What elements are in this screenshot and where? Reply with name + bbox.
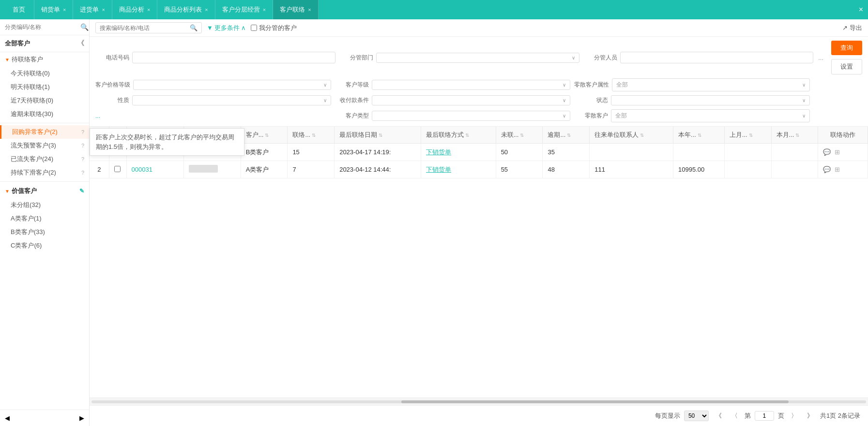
cell-contact-person-1	[590, 144, 673, 161]
sort-icon[interactable]: ⇅	[795, 132, 799, 138]
nav-tab-customer-contact[interactable]: 客户联络 ×	[273, 0, 318, 19]
close-icon[interactable]: ×	[63, 7, 66, 13]
payment-select[interactable]: ∨	[372, 95, 571, 105]
value-customer-header[interactable]: ▼ 价值客户 ✎	[0, 184, 89, 198]
close-icon[interactable]: ×	[263, 7, 266, 13]
pending-contact-group-label[interactable]: ▼ 待联络客户	[0, 52, 89, 67]
cell-checkbox-2	[109, 161, 126, 178]
filter-cell-dept: 分管部门 ∨	[339, 53, 579, 63]
cell-index-2: 2	[90, 161, 109, 178]
chat-icon[interactable]: 💬	[823, 166, 831, 173]
search-icon[interactable]: 🔍	[190, 24, 198, 31]
sidebar-item-overdue-pending[interactable]: 逾期未联络(30)	[0, 107, 89, 121]
sidebar-item-class-b[interactable]: B类客户(33)	[0, 225, 89, 239]
sidebar-item-lost-warning[interactable]: 流失预警客户(3) ?	[0, 139, 89, 152]
row-action-icons-2: 💬 ⊞	[823, 166, 863, 173]
first-page-button[interactable]: 《	[713, 411, 725, 421]
search-input[interactable]	[100, 25, 190, 31]
phone-input[interactable]	[132, 52, 335, 63]
col-last-date-header: 最后联络日期 ⇅	[335, 127, 421, 144]
nav-tab-home[interactable]: 首页	[4, 0, 34, 19]
top-filter-bar: 🔍 ▼ 更多条件 ∧ 我分管的客户 ↗ 导出	[90, 19, 868, 37]
customer-level-select[interactable]: ∨	[372, 80, 571, 90]
sidebar-all-customers-header: 全部客户 《	[0, 35, 89, 52]
next-page-button[interactable]: 〉	[788, 411, 800, 421]
nav-tab-product-analysis-list[interactable]: 商品分析列表 ×	[157, 0, 215, 19]
nature-select[interactable]: ∨	[132, 95, 331, 105]
close-icon[interactable]: ×	[205, 7, 208, 13]
price-level-select[interactable]: ∨	[133, 80, 331, 90]
close-icon[interactable]: ×	[308, 7, 311, 13]
nav-tab-product-analysis[interactable]: 商品分析 ×	[112, 0, 157, 19]
sidebar-item-class-c[interactable]: C类客户(6)	[0, 239, 89, 252]
retail-attr-select[interactable]: 全部 ∨	[612, 78, 810, 91]
retail-customer-select[interactable]: 全部 ∨	[611, 109, 810, 122]
category-search-input[interactable]	[5, 24, 77, 30]
col-year-amount-header: 本年... ⇅	[673, 127, 725, 144]
my-customer-checkbox[interactable]	[251, 25, 257, 31]
query-button[interactable]: 查询	[831, 41, 862, 55]
close-icon[interactable]: ×	[147, 7, 150, 13]
sort-icon[interactable]: ⇅	[465, 132, 469, 138]
cell-unread-1: 50	[496, 144, 543, 161]
arrow-icon: ▼	[5, 57, 10, 62]
close-icon[interactable]: ×	[102, 7, 105, 13]
page-label: 第	[745, 411, 751, 420]
sidebar-item-unclassified[interactable]: 未分组(32)	[0, 198, 89, 212]
sidebar-collapse-button[interactable]: 《	[77, 39, 84, 48]
cell-year-amount-2: 10995.00	[673, 161, 725, 178]
sidebar-item-class-a[interactable]: A类客户(1)	[0, 212, 89, 225]
customer-type-select[interactable]: ∨	[372, 111, 571, 121]
table-row: 2 000031 A类客户	[90, 161, 868, 178]
col-action-header: 联络动作	[818, 127, 868, 144]
person-label: 分管人员	[583, 54, 617, 62]
sidebar-search-bar: 🔍	[0, 19, 89, 35]
sidebar-item-tomorrow-pending[interactable]: 明天待联络(1)	[0, 80, 89, 94]
dept-select[interactable]: ∨	[376, 53, 579, 63]
sort-icon[interactable]: ⇅	[265, 132, 269, 138]
grid-icon[interactable]: ⊞	[835, 148, 840, 156]
sort-icon[interactable]: ⇅	[640, 132, 644, 138]
edit-icon[interactable]: ✎	[79, 188, 84, 194]
export-button[interactable]: ↗ 导出	[842, 24, 862, 32]
col-contact-person-header: 往来单位联系人 ⇅	[590, 127, 673, 144]
nav-tab-sales[interactable]: 销货单 ×	[34, 0, 73, 19]
status-select[interactable]: ∨	[611, 95, 810, 105]
scrollbar-thumb[interactable]	[401, 400, 789, 403]
sort-icon[interactable]: ⇅	[749, 132, 753, 138]
chat-icon[interactable]: 💬	[823, 148, 831, 156]
person-input[interactable]	[620, 52, 813, 63]
horizontal-scrollbar[interactable]	[90, 397, 868, 405]
nav-tab-purchase[interactable]: 进货单 ×	[73, 0, 112, 19]
sort-icon[interactable]: ⇅	[567, 132, 571, 138]
sort-icon[interactable]: ⇅	[520, 132, 524, 138]
window-close-icon[interactable]: ×	[859, 5, 863, 14]
row-checkbox[interactable]	[114, 166, 121, 172]
search-icon[interactable]: 🔍	[80, 23, 89, 31]
sidebar-item-week-pending[interactable]: 近7天待联络(0)	[0, 94, 89, 107]
last-page-button[interactable]: 》	[804, 411, 816, 421]
more-conditions-button[interactable]: ▼ 更多条件 ∧	[207, 24, 246, 32]
sidebar-item-lost-customers[interactable]: 已流失客户(24) ?	[0, 152, 89, 166]
per-page-select[interactable]: 20 50 100	[684, 411, 709, 421]
cell-code-2[interactable]: 000031	[126, 161, 183, 178]
set-button[interactable]: 设置	[831, 59, 862, 74]
current-page-input[interactable]	[755, 411, 774, 421]
sidebar-item-today-pending[interactable]: 今天待联络(0)	[0, 67, 89, 80]
ellipsis-icon[interactable]: ...	[818, 54, 823, 61]
price-level-label: 客户价格等级	[95, 81, 130, 89]
my-customer-checkbox-wrap[interactable]: 我分管的客户	[251, 24, 297, 32]
cell-last-method-2: 下销货单	[421, 161, 496, 178]
sidebar-item-declining-customers[interactable]: 持续下滑客户(2) ?	[0, 166, 89, 179]
sidebar-bottom-toggle[interactable]: ◀ ▶	[0, 412, 89, 424]
filter-cell-phone: 电话号码	[95, 52, 335, 63]
sidebar-item-repurchase-abnormal[interactable]: 回购异常客户(2) ?	[0, 125, 89, 139]
nav-tab-customer-segmentation[interactable]: 客户分层经营 ×	[215, 0, 273, 19]
col-last-month-header: 上月... ⇅	[724, 127, 771, 144]
more-filters-button[interactable]: ...	[95, 113, 100, 119]
sort-icon[interactable]: ⇅	[312, 132, 316, 138]
prev-page-button[interactable]: 〈	[729, 411, 741, 421]
sort-icon[interactable]: ⇅	[698, 132, 701, 138]
sort-icon[interactable]: ⇅	[379, 132, 382, 138]
grid-icon[interactable]: ⊞	[835, 166, 840, 173]
